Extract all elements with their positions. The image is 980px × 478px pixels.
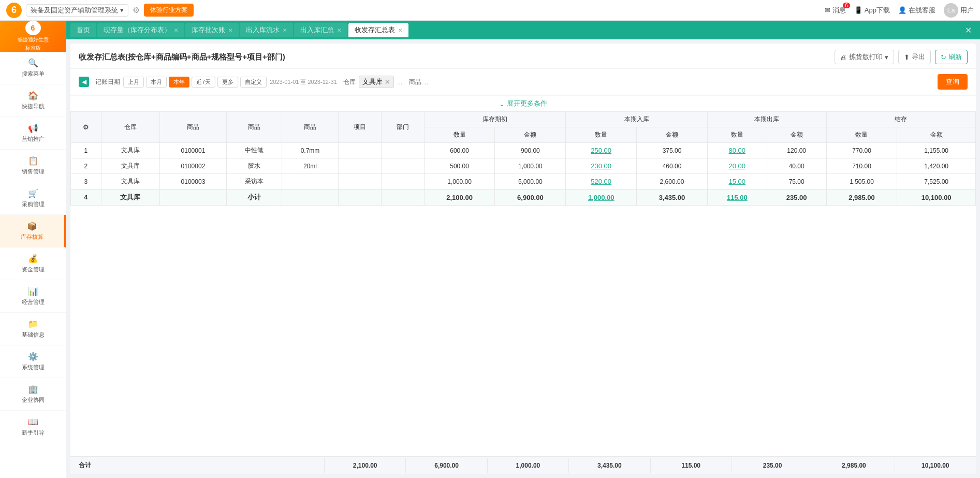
sidebar-item-marketing[interactable]: 📢 营销推广 bbox=[0, 117, 66, 150]
expand-more-button[interactable]: ⌄ 展开更多条件 bbox=[499, 99, 547, 108]
sidebar-item-sales[interactable]: 📋 销售管理 bbox=[0, 150, 66, 182]
content-area: 首页 现存量（库存分布表） ✕ 库存批次账 ✕ 出入库流水 ✕ 出入库汇总 ✕ … bbox=[66, 21, 980, 478]
date-btn-this-year[interactable]: 本年 bbox=[169, 77, 189, 88]
td-warehouse: 文具库 bbox=[101, 174, 159, 190]
phone-icon: 📱 bbox=[854, 6, 862, 14]
system-name-select[interactable]: 装备及固定资产辅助管理系统 ▾ bbox=[26, 4, 128, 17]
tab-batch-close[interactable]: ✕ bbox=[228, 27, 232, 33]
td-dept bbox=[381, 174, 424, 190]
td-in-amt: 2,600.00 bbox=[637, 174, 708, 190]
td-bal-qty: 770.00 bbox=[826, 143, 897, 158]
td-out-amt: 40.00 bbox=[767, 158, 826, 174]
td-out-amt: 75.00 bbox=[767, 174, 826, 190]
td-out-qty[interactable]: 80.00 bbox=[707, 143, 767, 158]
tab-inout-summary[interactable]: 出入库汇总 ✕ bbox=[294, 23, 347, 37]
th-spec: 商品 bbox=[282, 112, 339, 143]
th-open-stock: 库存期初 bbox=[424, 112, 566, 127]
tab-home-label: 首页 bbox=[77, 25, 90, 35]
td-in-amt: 3,435.00 bbox=[637, 190, 708, 206]
sidebar-label-quick-nav: 快捷导航 bbox=[22, 103, 45, 110]
query-button[interactable]: 查询 bbox=[938, 74, 968, 90]
date-btn-this-month[interactable]: 本月 bbox=[146, 77, 167, 88]
sidebar-label-marketing: 营销推广 bbox=[22, 135, 45, 143]
filter-collapse-button[interactable]: ◀ bbox=[79, 77, 89, 87]
sidebar-label-inventory: 库存核算 bbox=[21, 233, 43, 241]
sidebar-item-purchase[interactable]: 🛒 采购管理 bbox=[0, 182, 66, 215]
sidebar-item-inventory[interactable]: 📦 库存核算 bbox=[0, 215, 66, 248]
sidebar-item-quick-nav[interactable]: 🏠 快捷导航 bbox=[0, 84, 66, 117]
sidebar-item-guide[interactable]: 📖 新手引导 bbox=[0, 411, 66, 443]
tab-summary-close[interactable]: ✕ bbox=[398, 27, 402, 33]
td-out-qty[interactable]: 20.00 bbox=[707, 158, 767, 174]
sidebar-label-purchase: 采购管理 bbox=[22, 200, 45, 208]
td-in-qty[interactable]: 250.00 bbox=[566, 143, 637, 158]
tab-inout-flow-close[interactable]: ✕ bbox=[283, 27, 287, 33]
main-layout: 6 畅捷通好生意 标准版 🔍 搜索菜单 🏠 快捷导航 📢 营销推广 📋 销售管理 bbox=[0, 21, 980, 478]
sidebar-item-enterprise[interactable]: 🏢 企业协同 bbox=[0, 378, 66, 411]
tab-inout-flow[interactable]: 出入库流水 ✕ bbox=[240, 23, 293, 37]
page-inner: 收发存汇总表(按仓库+商品编码+商品+规格型号+项目+部门) 🖨 拣货版打印 ▾… bbox=[70, 44, 976, 474]
footer-open-amt: 6,900.00 bbox=[405, 458, 487, 473]
td-bal-qty: 2,985.00 bbox=[826, 190, 897, 206]
print-button[interactable]: 🖨 拣货版打印 ▾ bbox=[835, 50, 894, 64]
tab-home[interactable]: 首页 bbox=[70, 23, 96, 37]
td-name: 胶水 bbox=[226, 158, 282, 174]
refresh-button[interactable]: ↻ 刷新 bbox=[935, 50, 968, 64]
user-avatar: Ea bbox=[944, 3, 958, 18]
message-badge: 6 bbox=[843, 3, 850, 8]
date-btn-7days[interactable]: 近7天 bbox=[192, 77, 215, 88]
sidebar-label-enterprise: 企业协同 bbox=[22, 396, 45, 404]
experience-button[interactable]: 体验行业方案 bbox=[144, 4, 194, 17]
sidebar-item-finance[interactable]: 💰 资金管理 bbox=[0, 248, 66, 280]
date-btn-more[interactable]: 更多 bbox=[217, 77, 238, 88]
date-btn-last-month[interactable]: 上月 bbox=[123, 77, 144, 88]
td-warehouse: 文具库 bbox=[101, 190, 159, 206]
warehouse-tag-remove[interactable]: ✕ bbox=[385, 78, 390, 86]
td-open-amt: 1,000.00 bbox=[495, 158, 566, 174]
guide-icon: 📖 bbox=[28, 417, 38, 427]
expand-label: 展开更多条件 bbox=[507, 99, 547, 108]
online-service-action[interactable]: 👤 在线客服 bbox=[898, 6, 935, 15]
warehouse-filter-label: 仓库 bbox=[343, 78, 356, 86]
message-action[interactable]: ✉ 消息 6 bbox=[825, 6, 846, 15]
th-open-qty: 数量 bbox=[424, 127, 495, 143]
date-btn-custom[interactable]: 自定义 bbox=[240, 77, 267, 88]
th-open-amt: 金额 bbox=[495, 127, 566, 143]
footer-total-label: 合计 bbox=[70, 457, 324, 474]
sidebar-item-search[interactable]: 🔍 搜索菜单 bbox=[0, 52, 66, 84]
dropdown-icon: ▾ bbox=[120, 6, 124, 14]
tab-batch[interactable]: 库存批次账 ✕ bbox=[185, 23, 239, 37]
th-in-period: 本期入库 bbox=[566, 112, 708, 127]
sidebar-item-operations[interactable]: 📊 经营管理 bbox=[0, 280, 66, 313]
tab-inout-summary-close[interactable]: ✕ bbox=[337, 27, 341, 33]
td-in-qty[interactable]: 520.00 bbox=[566, 174, 637, 190]
export-button[interactable]: ⬆ 导出 bbox=[898, 50, 931, 64]
expand-icon: ⌄ bbox=[499, 100, 505, 108]
td-spec bbox=[282, 174, 339, 190]
settings-icon[interactable]: ⚙ bbox=[133, 5, 140, 15]
th-warehouse: 仓库 bbox=[101, 112, 159, 143]
refresh-label: 刷新 bbox=[948, 52, 962, 62]
goods-filter-dots[interactable]: ... bbox=[425, 78, 430, 86]
td-in-amt: 460.00 bbox=[637, 158, 708, 174]
app-download-action[interactable]: 📱 App下载 bbox=[854, 6, 890, 15]
td-no: 1 bbox=[71, 143, 101, 158]
td-bal-amt: 1,420.00 bbox=[897, 158, 976, 174]
td-in-qty[interactable]: 230.00 bbox=[566, 158, 637, 174]
tab-bar-close[interactable]: ✕ bbox=[961, 25, 976, 35]
th-settings[interactable]: ⚙ bbox=[71, 112, 101, 143]
user-label: 用户 bbox=[960, 6, 974, 15]
export-label: 导出 bbox=[912, 52, 925, 62]
td-out-qty[interactable]: 15.00 bbox=[707, 174, 767, 190]
user-action[interactable]: Ea 用户 bbox=[944, 3, 974, 18]
warehouse-filter-dots[interactable]: ... bbox=[397, 78, 403, 86]
td-project bbox=[338, 158, 381, 174]
tab-inventory-dist-close[interactable]: ✕ bbox=[174, 27, 178, 33]
sidebar-item-system[interactable]: ⚙️ 系统管理 bbox=[0, 345, 66, 378]
finance-icon: 💰 bbox=[28, 254, 38, 264]
sidebar-item-basic[interactable]: 📁 基础信息 bbox=[0, 313, 66, 345]
tab-inventory-dist[interactable]: 现存量（库存分布表） ✕ bbox=[97, 23, 184, 37]
data-table-container: ⚙ 仓库 商品 商品 商品 项目 部门 库存期初 本期入库 本期出库 结存 bbox=[70, 111, 976, 456]
warehouse-tag[interactable]: 文具库 ✕ bbox=[359, 76, 394, 88]
tab-summary[interactable]: 收发存汇总表 ✕ bbox=[348, 23, 408, 37]
